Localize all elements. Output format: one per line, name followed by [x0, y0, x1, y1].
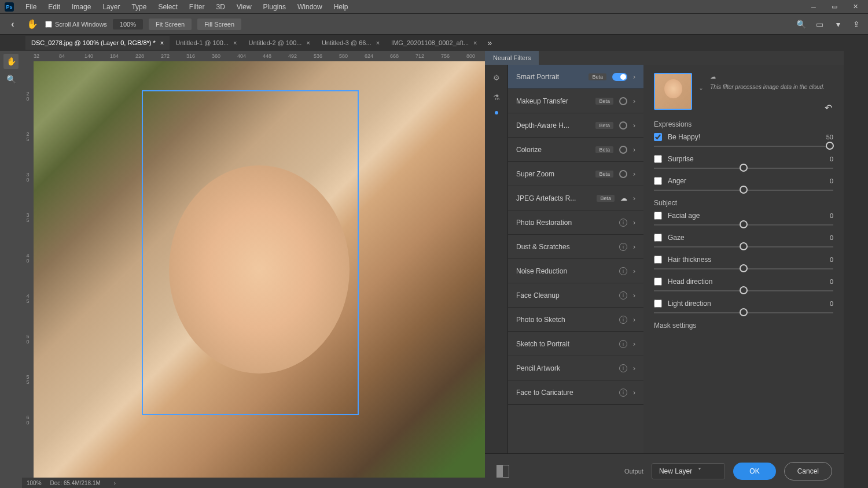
menu-view[interactable]: View: [231, 1, 258, 13]
filter-dust-scratches[interactable]: Dust & Scratchesi›: [508, 235, 643, 259]
workspace-icon[interactable]: ▭: [814, 19, 825, 30]
menu-image[interactable]: Image: [66, 1, 97, 13]
filter-makeup-transfer[interactable]: Makeup TransferBeta›: [508, 89, 643, 113]
tab-close-icon[interactable]: ×: [376, 39, 380, 46]
featured-filters-icon[interactable]: ⚙: [491, 72, 502, 83]
close-button[interactable]: ✕: [847, 2, 863, 12]
menu-3d[interactable]: 3D: [210, 1, 230, 13]
menu-edit[interactable]: Edit: [42, 1, 66, 13]
ok-button[interactable]: OK: [733, 463, 775, 480]
filter-depth-aware-h-[interactable]: Depth-Aware H...Beta›: [508, 113, 643, 138]
slider-track[interactable]: [654, 290, 833, 291]
slider-checkbox[interactable]: [654, 212, 662, 220]
info-icon[interactable]: i: [619, 219, 627, 227]
download-icon[interactable]: ☁: [620, 194, 627, 202]
zoom-tool-icon[interactable]: 🔍: [3, 72, 19, 87]
slider-thumb[interactable]: [740, 308, 748, 316]
document-tab[interactable]: Untitled-1 @ 100...×: [170, 36, 242, 50]
share-icon[interactable]: ⇪: [851, 19, 862, 30]
filter-toggle[interactable]: [619, 97, 627, 105]
hand-tool-icon[interactable]: ✋: [3, 54, 19, 69]
slider-track[interactable]: [654, 268, 833, 269]
filter-toggle[interactable]: [619, 146, 627, 154]
slider-thumb[interactable]: [740, 164, 748, 172]
filter-pencil-artwork[interactable]: Pencil Artworki›: [508, 356, 643, 380]
slider-checkbox[interactable]: [654, 234, 662, 242]
slider-checkbox[interactable]: [654, 278, 662, 286]
menu-filter[interactable]: Filter: [183, 1, 211, 13]
document-tab[interactable]: DSC_0278.jpg @ 100% (Layer 0, RGB/8*) *×: [25, 36, 170, 50]
info-icon[interactable]: i: [619, 243, 627, 251]
menu-layer[interactable]: Layer: [97, 1, 126, 13]
slider-checkbox[interactable]: [654, 133, 662, 141]
filter-colorize[interactable]: ColorizeBeta›: [508, 138, 643, 162]
reset-icon[interactable]: ↶: [825, 102, 832, 113]
filter-jpeg-artefacts-r-[interactable]: JPEG Artefacts R...Beta☁›: [508, 186, 643, 210]
slider-thumb[interactable]: [740, 286, 748, 294]
filter-face-cleanup[interactable]: Face Cleanupi›: [508, 283, 643, 308]
tab-close-icon[interactable]: ×: [233, 39, 237, 46]
slider-checkbox[interactable]: [654, 177, 662, 185]
face-dropdown-icon[interactable]: ˅: [699, 87, 703, 97]
slider-track[interactable]: [654, 312, 833, 313]
info-icon[interactable]: i: [619, 389, 627, 397]
slider-checkbox[interactable]: [654, 300, 662, 308]
document-tab[interactable]: IMG_20201108_0002_aft...×: [385, 36, 483, 50]
menu-help[interactable]: Help: [328, 1, 354, 13]
minimize-button[interactable]: ─: [806, 2, 822, 12]
tab-close-icon[interactable]: ×: [160, 39, 164, 46]
zoom-level[interactable]: 100%: [113, 19, 143, 29]
filter-photo-to-sketch[interactable]: Photo to Sketchi›: [508, 308, 643, 332]
slider-checkbox[interactable]: [654, 155, 662, 163]
scroll-all-windows-checkbox[interactable]: Scroll All Windows: [45, 21, 107, 28]
info-icon[interactable]: i: [619, 267, 627, 275]
more-tabs-button[interactable]: »: [483, 36, 496, 50]
layer-mask-icon[interactable]: [496, 465, 509, 478]
face-thumbnail[interactable]: [654, 73, 692, 110]
filter-super-zoom[interactable]: Super ZoomBeta›: [508, 162, 643, 186]
slider-thumb[interactable]: [740, 242, 748, 250]
menu-file[interactable]: File: [20, 1, 42, 13]
slider-track[interactable]: [654, 224, 833, 225]
document-tab[interactable]: Untitled-2 @ 100...×: [243, 36, 316, 50]
slider-track[interactable]: [654, 168, 833, 169]
filter-toggle[interactable]: [619, 121, 627, 130]
slider-thumb[interactable]: [826, 142, 834, 150]
cancel-button[interactable]: Cancel: [784, 462, 832, 480]
filter-noise-reduction[interactable]: Noise Reductioni›: [508, 259, 643, 283]
slider-thumb[interactable]: [740, 186, 748, 194]
filter-face-to-caricature[interactable]: Face to Caricaturei›: [508, 380, 643, 405]
filter-photo-restoration[interactable]: Photo Restorationi›: [508, 210, 643, 235]
chevron-down-icon[interactable]: ▾: [832, 19, 844, 30]
search-icon[interactable]: 🔍: [795, 19, 807, 30]
output-select[interactable]: New Layer ˅: [652, 463, 725, 479]
slider-track[interactable]: [654, 246, 833, 247]
info-icon[interactable]: i: [619, 291, 627, 300]
tab-close-icon[interactable]: ×: [306, 39, 310, 46]
fill-screen-button[interactable]: Fill Screen: [197, 19, 241, 30]
slider-checkbox[interactable]: [654, 256, 662, 264]
menu-window[interactable]: Window: [292, 1, 328, 13]
info-icon[interactable]: i: [619, 340, 627, 348]
beta-filters-icon[interactable]: ⚗: [491, 91, 502, 103]
tab-close-icon[interactable]: ×: [473, 39, 477, 46]
document-tab[interactable]: Untitled-3 @ 66...×: [316, 36, 385, 50]
menu-plugins[interactable]: Plugins: [258, 1, 292, 13]
info-icon[interactable]: i: [619, 364, 627, 372]
statusbar-chevron-icon[interactable]: ›: [114, 480, 116, 486]
slider-track[interactable]: [654, 190, 833, 191]
canvas[interactable]: [34, 61, 485, 478]
menu-select[interactable]: Select: [152, 1, 183, 13]
fit-screen-button[interactable]: Fit Screen: [149, 19, 192, 30]
info-icon[interactable]: i: [619, 316, 627, 324]
filter-sketch-to-portrait[interactable]: Sketch to Portraiti›: [508, 332, 643, 356]
maximize-button[interactable]: ▭: [826, 2, 843, 12]
hand-tool-icon[interactable]: ✋: [25, 17, 39, 31]
back-button[interactable]: ‹: [6, 17, 20, 31]
filter-toggle[interactable]: [612, 73, 627, 81]
menu-type[interactable]: Type: [126, 1, 152, 13]
filter-smart-portrait[interactable]: Smart PortraitBeta›: [508, 65, 643, 89]
slider-track[interactable]: [654, 146, 833, 147]
filter-toggle[interactable]: [619, 170, 627, 178]
slider-thumb[interactable]: [740, 264, 748, 272]
